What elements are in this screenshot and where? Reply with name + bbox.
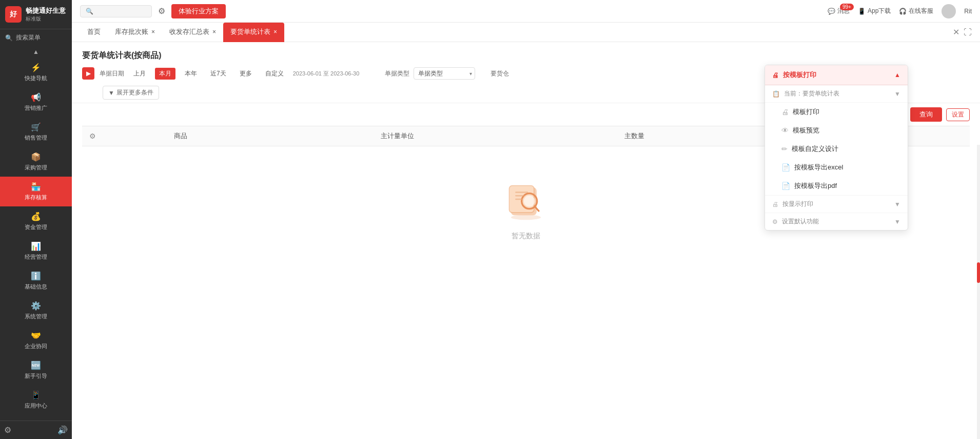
svg-point-0 — [511, 215, 541, 220]
sidebar-item-finance[interactable]: 💰 资金管理 — [0, 206, 72, 236]
topbar-search[interactable]: 🔍 — [80, 5, 152, 17]
svg-rect-9 — [515, 199, 523, 200]
settings-bottom-icon[interactable]: ⚙ — [4, 425, 11, 435]
date-btn-custom[interactable]: 自定义 — [261, 68, 288, 80]
purchase-icon: 📦 — [31, 152, 41, 162]
app-logo: 好 畅捷通好生意 标准版 — [0, 0, 72, 29]
display-print-header[interactable]: 🖨 按显示打印 ▼ — [765, 196, 908, 213]
col-product: 商品 — [103, 126, 259, 146]
tab-home[interactable]: 首页 — [80, 23, 108, 42]
settings-button[interactable]: 设置 — [946, 108, 970, 121]
date-btn-current-year[interactable]: 本年 — [181, 68, 201, 80]
filter-expand-arrow[interactable]: ▶ — [82, 67, 94, 80]
date-range-display: 2023-06-01 至 2023-06-30 — [293, 70, 360, 78]
tab-close-inventory-batch[interactable]: × — [151, 29, 155, 35]
guide-icon: 🆕 — [31, 360, 41, 370]
logo-icon: 好 — [5, 6, 22, 23]
username-label: Rit — [964, 8, 972, 15]
date-filter-label: 单据日期 — [100, 69, 124, 78]
type-filter-select[interactable]: 单据类型 — [414, 67, 475, 80]
app-download-icon: 📱 — [858, 8, 866, 15]
current-template-icon: 📋 — [772, 90, 780, 98]
sidebar-item-apps[interactable]: 📱 应用中心 — [0, 385, 72, 415]
quick-nav-icon: ⚡ — [31, 63, 41, 72]
right-scrollbar[interactable] — [977, 145, 980, 439]
topbar: 🔍 ⚙ 体验行业方案 💬 消息 99+ 📱 App下载 🎧 在线客服 Rit — [72, 0, 980, 23]
sidebar-nav: ▲ ⚡ 快捷导航 📢 营销推广 🛒 销售管理 📦 采购管理 🏪 库存核算 💰 资… — [0, 46, 72, 421]
dropdown-current-section: 📋 当前：要货单统计表 ▼ — [765, 85, 908, 103]
app-download-item[interactable]: 📱 App下载 — [858, 7, 891, 15]
tab-requisition-stats[interactable]: 要货单统计表 × — [223, 23, 284, 42]
tab-close-requisition-stats[interactable]: × — [273, 29, 277, 35]
message-item[interactable]: 💬 消息 99+ — [828, 7, 850, 15]
expand-conditions-button[interactable]: ▼ 展开更多条件 — [103, 86, 159, 100]
template-print-icon: 🖨 — [781, 108, 789, 116]
date-btn-prev-month[interactable]: 上月 — [129, 68, 150, 80]
date-btn-7days[interactable]: 近7天 — [206, 68, 230, 80]
speaker-icon[interactable]: 🔊 — [57, 425, 68, 435]
page-body: 要货单统计表(按商品) ▶ 单据日期 上月 本月 本年 近7天 更多 自定义 2… — [72, 42, 980, 439]
dropdown-item-template-preview[interactable]: 👁 模板预览 — [765, 121, 908, 140]
search-menu[interactable]: 🔍 搜索菜单 — [0, 29, 72, 46]
sidebar-item-wechat[interactable]: 💬 企业微信 — [0, 415, 72, 421]
basic-icon: ℹ️ — [31, 271, 41, 281]
date-btn-more[interactable]: 更多 — [236, 68, 256, 80]
sidebar-item-marketing[interactable]: 📢 营销推广 — [0, 87, 72, 117]
display-print-chevron: ▼ — [894, 201, 900, 208]
dropdown-header: 🖨 按模板打印 ▲ — [765, 65, 908, 85]
sidebar-item-basic[interactable]: ℹ️ 基础信息 — [0, 266, 72, 296]
type-filter-label: 单据类型 — [385, 69, 409, 78]
tabs-close-icon[interactable]: ✕ — [953, 27, 959, 37]
sidebar-scroll-up[interactable]: ▲ — [0, 46, 72, 58]
tab-inventory-batch[interactable]: 库存批次账 × — [108, 23, 162, 42]
export-excel-icon: 📄 — [781, 163, 790, 171]
sales-icon: 🛒 — [31, 122, 41, 132]
tabs-right: ✕ ⛶ — [953, 27, 972, 37]
dropdown-item-export-pdf[interactable]: 📄 按模板导出pdf — [765, 177, 908, 195]
sidebar-item-collab[interactable]: 🤝 企业协同 — [0, 326, 72, 355]
sidebar-item-inventory[interactable]: 🏪 库存核算 — [0, 177, 72, 206]
sidebar-item-operation[interactable]: 📊 经营管理 — [0, 236, 72, 266]
template-preview-icon: 👁 — [781, 126, 789, 135]
tab-close-collection-summary[interactable]: × — [212, 29, 216, 35]
col-unit: 主计量单位 — [259, 126, 536, 146]
set-default-icon: ⚙ — [772, 218, 778, 225]
online-service-item[interactable]: 🎧 在线客服 — [899, 7, 933, 15]
user-avatar[interactable] — [942, 4, 956, 18]
date-btn-current-month[interactable]: 本月 — [155, 68, 175, 80]
sidebar-bottom: ⚙ 🔊 — [0, 421, 72, 439]
sidebar-item-system[interactable]: ⚙️ 系统管理 — [0, 296, 72, 326]
page-header: 要货单统计表(按商品) — [72, 42, 980, 61]
scrollbar-thumb[interactable] — [977, 262, 980, 283]
dropdown-item-template-print[interactable]: 🖨 模板打印 — [765, 103, 908, 121]
query-button[interactable]: 查询 — [910, 107, 942, 122]
tab-collection-summary[interactable]: 收发存汇总表 × — [162, 23, 223, 42]
online-service-icon: 🎧 — [899, 8, 907, 15]
main-content: 🔍 ⚙ 体验行业方案 💬 消息 99+ 📱 App下载 🎧 在线客服 Rit — [72, 0, 980, 439]
current-template-header[interactable]: 📋 当前：要货单统计表 ▼ — [765, 85, 908, 102]
tabs-maximize-icon[interactable]: ⛶ — [964, 28, 972, 37]
set-default-header[interactable]: ⚙ 设置默认功能 ▼ — [765, 213, 908, 230]
empty-text: 暂无数据 — [512, 232, 540, 241]
dropdown-item-export-excel[interactable]: 📄 按模板导出excel — [765, 158, 908, 177]
sidebar-item-guide[interactable]: 🆕 新手引导 — [0, 355, 72, 385]
sidebar-item-purchase[interactable]: 📦 采购管理 — [0, 147, 72, 177]
dropdown-collapse-icon[interactable]: ▲ — [894, 71, 900, 79]
system-icon: ⚙️ — [31, 301, 41, 311]
dropdown-display-section: 🖨 按显示打印 ▼ — [765, 196, 908, 213]
col-settings[interactable]: ⚙ — [82, 126, 103, 146]
dropdown-set-default-section: ⚙ 设置默认功能 ▼ — [765, 213, 908, 230]
sidebar-item-sales[interactable]: 🛒 销售管理 — [0, 117, 72, 147]
template-custom-icon: ✏ — [781, 145, 788, 153]
topbar-gear-icon[interactable]: ⚙ — [158, 6, 165, 16]
logo-text: 畅捷通好生意 标准版 — [26, 7, 66, 22]
trial-button[interactable]: 体验行业方案 — [171, 4, 226, 18]
expand-icon: ▼ — [108, 89, 114, 97]
dropdown-item-template-custom[interactable]: ✏ 模板自定义设计 — [765, 140, 908, 158]
print-dropdown-menu: 🖨 按模板打印 ▲ 📋 当前：要货单统计表 ▼ — [765, 65, 908, 231]
svg-rect-7 — [515, 192, 528, 193]
current-template-chevron: ▼ — [894, 90, 900, 98]
sidebar-item-quick-nav[interactable]: ⚡ 快捷导航 — [0, 58, 72, 87]
table-gear-icon[interactable]: ⚙ — [89, 132, 96, 140]
export-pdf-icon: 📄 — [781, 182, 790, 190]
